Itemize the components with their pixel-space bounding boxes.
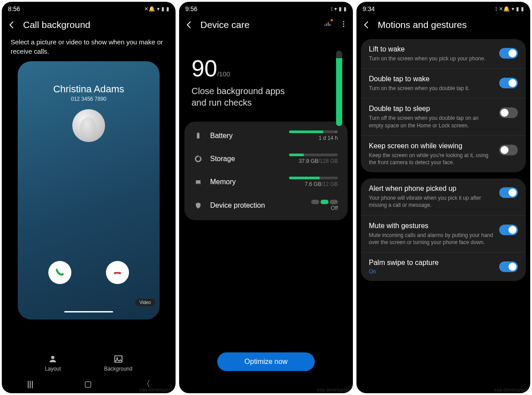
storage-used: 37.9 GB (299, 158, 318, 164)
more-button[interactable] (340, 20, 348, 30)
stat-label: Storage (210, 155, 235, 163)
gesture-row[interactable]: Keep screen on while viewingKeep the scr… (361, 136, 526, 172)
gesture-row[interactable]: Alert when phone picked upYour phone wil… (361, 178, 526, 215)
gesture-row[interactable]: Double tap to sleepTurn off the screen w… (361, 99, 526, 135)
status-bar: 9:34 ⟟ ✕🔔 ▾ ▮ ▮ (356, 2, 530, 14)
watermark: xda-developers (317, 387, 350, 392)
stat-storage[interactable]: Storage 37.9 GB/128 GB (184, 147, 348, 170)
nav-background[interactable]: Background (104, 354, 133, 372)
storage-icon (194, 155, 202, 163)
back-button[interactable] (7, 20, 17, 30)
toggle-switch[interactable] (499, 225, 518, 235)
chart-icon[interactable] (324, 20, 332, 30)
more-vert-icon (340, 20, 348, 28)
toggle-switch[interactable] (499, 261, 518, 272)
image-icon (113, 354, 123, 364)
stat-battery[interactable]: Battery 1 d 14 h (184, 124, 348, 147)
call-preview[interactable]: Christina Adams 012 3456 7890 Video (18, 61, 160, 320)
gesture-group-1: Lift to wakeTurn on the screen when you … (361, 39, 526, 172)
svg-rect-7 (198, 133, 199, 134)
nav-layout[interactable]: Layout (45, 354, 61, 372)
gesture-subtitle: Turn off the screen when you double tap … (369, 115, 494, 129)
status-icons: ✕🔔 ▾ ▮ ▮ (144, 6, 169, 12)
app-header: Motions and gestures (356, 14, 530, 37)
toggle-switch[interactable] (499, 145, 518, 155)
gesture-title: Mute with gestures (369, 222, 494, 230)
mute-icon: ✕🔔 (144, 6, 155, 12)
gesture-subtitle: Keep the screen on while you're looking … (369, 152, 494, 166)
toggle-switch[interactable] (499, 187, 518, 198)
battery-icon: ▮ (521, 6, 524, 12)
gesture-group-2: Alert when phone picked upYour phone wil… (361, 178, 526, 281)
optimize-button[interactable]: Optimize now (217, 352, 315, 371)
page-title: Motions and gestures (378, 20, 467, 30)
svg-rect-6 (197, 133, 200, 138)
gesture-title: Lift to wake (369, 45, 494, 53)
nav-layout-label: Layout (45, 366, 61, 372)
watermark: xda-developers (494, 387, 528, 392)
status-bar: 9:56 ⟟ ▾ ▮ ▮ (179, 2, 353, 14)
status-icons: ⟟ ✕🔔 ▾ ▮ ▮ (495, 6, 524, 12)
phone-down-icon (112, 267, 123, 278)
stat-label: Device protection (210, 201, 265, 209)
gesture-row[interactable]: Palm swipe to captureOn (361, 253, 526, 281)
svg-point-3 (343, 21, 344, 22)
nav-background-label: Background (104, 366, 133, 372)
home-button[interactable]: ▢ (84, 379, 92, 389)
protection-toggle (285, 200, 338, 204)
gesture-row[interactable]: Mute with gesturesMute incoming calls an… (361, 216, 526, 253)
gesture-title: Keep screen on while viewing (369, 142, 494, 150)
toggle-switch[interactable] (499, 107, 518, 118)
stat-memory[interactable]: Memory 7.6 GB/12 GB (184, 170, 348, 194)
gesture-status: On (369, 269, 494, 275)
wifi-icon: ▾ (334, 6, 337, 12)
svg-point-4 (343, 24, 344, 25)
signal-icon: ▮ (161, 6, 164, 12)
screen-motions-gestures: 9:34 ⟟ ✕🔔 ▾ ▮ ▮ Motions and gestures Lif… (356, 2, 530, 393)
svg-point-0 (51, 356, 55, 359)
toggle-switch[interactable] (499, 78, 518, 88)
preview-area: Christina Adams 012 3456 7890 Video (2, 61, 176, 348)
score-message: Close background apps and run checks (192, 85, 298, 108)
score-bar (336, 51, 342, 126)
decline-button[interactable] (106, 261, 129, 284)
gesture-row[interactable]: Double tap to wakeTurn on the screen whe… (361, 69, 526, 99)
caller-number: 012 3456 7890 (71, 96, 106, 102)
gesture-subtitle: Turn on the screen when you pick up your… (369, 55, 494, 62)
signal-icon: ▮ (339, 6, 342, 12)
gesture-title: Alert when phone picked up (369, 185, 494, 193)
layout-icon (48, 354, 58, 364)
chevron-left-icon (7, 20, 17, 30)
recents-button[interactable]: ||| (27, 379, 33, 389)
stats-card: Battery 1 d 14 h Storage 37.9 GB/128 GB … (184, 122, 348, 220)
caller-name: Christina Adams (53, 83, 124, 95)
video-chip[interactable]: Video (135, 299, 155, 306)
svg-rect-9 (196, 180, 201, 184)
wifi-icon: ▾ (157, 6, 160, 12)
gesture-title: Double tap to sleep (369, 105, 494, 113)
location-icon: ⟟ (495, 6, 497, 12)
gesture-row[interactable]: Lift to wakeTurn on the screen when you … (361, 39, 526, 69)
answer-button[interactable] (48, 261, 71, 284)
status-bar: 8:56 ✕🔔 ▾ ▮ ▮ (2, 2, 176, 14)
gesture-subtitle: Turn on the screen when you double tap i… (369, 85, 494, 92)
app-header: Device care (179, 14, 353, 37)
back-button[interactable] (362, 20, 372, 30)
toggle-switch[interactable] (499, 48, 518, 59)
stat-protection[interactable]: Device protection Off (184, 194, 348, 217)
status-time: 8:56 (8, 5, 20, 12)
svg-point-2 (116, 357, 118, 359)
back-button[interactable] (184, 20, 194, 30)
stat-label: Battery (210, 132, 233, 140)
mute-icon: ✕🔔 (499, 6, 510, 12)
gesture-subtitle: Your phone will vibrate when you pick it… (369, 194, 494, 209)
storage-total: /128 GB (318, 158, 338, 164)
score-value: 90 (192, 55, 217, 82)
battery-value: 1 d 14 h (319, 135, 338, 141)
phone-icon (55, 267, 65, 278)
page-title: Device care (200, 20, 250, 30)
protection-value: Off (331, 205, 338, 211)
gesture-title: Palm swipe to capture (369, 259, 494, 267)
location-icon: ⟟ (331, 6, 332, 12)
gesture-subtitle: Mute incoming calls and alarms by puttin… (369, 232, 494, 246)
